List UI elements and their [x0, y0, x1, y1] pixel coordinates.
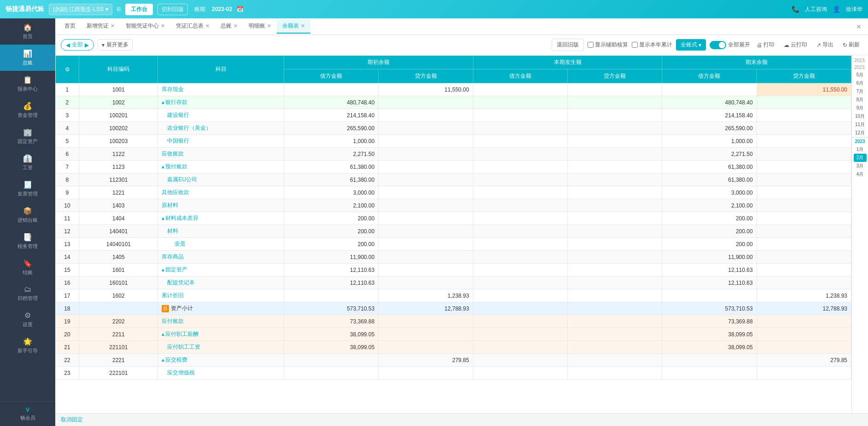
switch-old-button[interactable]: 切到旧版 — [157, 4, 188, 15]
month-6[interactable]: 6月 — [854, 79, 867, 87]
account-link[interactable]: 银行存款 — [165, 99, 187, 105]
cell-name[interactable]: 应交增值税 — [158, 367, 284, 380]
cell-name[interactable]: 建设银行 — [158, 109, 284, 122]
cell-name[interactable]: 中国银行 — [158, 135, 284, 148]
aux-checkbox-input[interactable] — [588, 42, 594, 48]
calendar-icon[interactable]: 📅 — [237, 6, 244, 12]
sidebar-item-closing[interactable]: 🔖 结账 — [0, 254, 55, 281]
expand-row-icon[interactable]: ▴ — [162, 266, 164, 273]
cell-name[interactable]: 库存现金 — [158, 83, 284, 96]
tab-new-voucher-close[interactable]: ✕ — [111, 23, 115, 29]
show-aux-checkbox[interactable]: 显示辅助核算 — [588, 41, 628, 49]
expand-row-icon[interactable]: ▴ — [162, 357, 164, 363]
month-3[interactable]: 3月 — [854, 162, 867, 170]
account-link[interactable]: 库存商品 — [162, 253, 184, 260]
account-link[interactable]: 嘉属EU公司 — [167, 176, 197, 183]
account-link[interactable]: 固定资产 — [165, 266, 187, 273]
month-11[interactable]: 11月 — [854, 121, 867, 129]
company-selector[interactable]: (勿副) 江西股圭-LSS ▾ — [49, 4, 112, 15]
sidebar-item-guide[interactable]: 🌟 新手引导 — [0, 333, 55, 359]
sidebar-item-assets[interactable]: 🏢 固定资产 — [0, 123, 55, 150]
cell-name[interactable]: ▴预付账款 — [158, 161, 284, 173]
account-link[interactable]: 中国银行 — [167, 138, 189, 144]
cell-name[interactable]: 原材料 — [158, 199, 284, 212]
cell-name[interactable]: 配提凭记本 — [158, 276, 284, 289]
month-5[interactable]: 5月 — [854, 71, 867, 79]
cell-name[interactable]: 应付账款 — [158, 315, 284, 328]
user-name[interactable]: 徐泽华 — [846, 6, 862, 13]
copy-icon[interactable]: ⎘ — [117, 6, 121, 13]
account-link[interactable]: 原材料 — [162, 202, 178, 208]
sidebar-item-reports[interactable]: 📋 报表中心 — [0, 71, 55, 97]
export-button[interactable]: ↗ 导出 — [814, 40, 836, 50]
tab-detail-ledger-close[interactable]: ✕ — [267, 23, 271, 29]
cell-name[interactable]: 累计折旧 — [158, 289, 284, 302]
tab-new-voucher[interactable]: 新增凭证 ✕ — [81, 19, 120, 34]
sidebar-item-invoice[interactable]: 🧾 发票管理 — [0, 176, 55, 202]
account-link[interactable]: 应付账款 — [162, 318, 184, 324]
account-link[interactable]: 预付账款 — [165, 163, 187, 170]
account-link[interactable]: 材料成本差异 — [165, 215, 198, 221]
tab-smart-voucher[interactable]: 智能凭证中心 ✕ — [120, 19, 170, 34]
month-7[interactable]: 7月 — [854, 87, 867, 96]
show-ytd-checkbox[interactable]: 显示本年累计 — [632, 41, 672, 49]
month-4[interactable]: 4月 — [854, 170, 867, 178]
sidebar-item-settings[interactable]: ⚙ 设置 — [0, 306, 55, 333]
sidebar-item-payroll[interactable]: 👔 工资 — [0, 150, 55, 176]
account-link[interactable]: 应收账款 — [162, 150, 184, 157]
account-link[interactable]: 应交增值税 — [167, 369, 195, 376]
consult-label[interactable]: 人工咨询 — [805, 6, 827, 13]
expand-row-icon[interactable]: ▴ — [162, 99, 164, 105]
cloud-print-button[interactable]: ☁ 云打印 — [781, 40, 810, 50]
ytd-checkbox-input[interactable] — [632, 42, 638, 48]
account-link[interactable]: 应付职工工资 — [167, 344, 200, 350]
tab-smart-voucher-close[interactable]: ✕ — [161, 23, 165, 29]
sidebar-item-home[interactable]: 🏠 首页 — [0, 18, 55, 45]
tab-balance-close[interactable]: ✕ — [301, 23, 305, 29]
account-link[interactable]: 应付职工薪酬 — [165, 331, 198, 337]
expand-more-button[interactable]: ▾ 展开更多 — [98, 39, 133, 51]
breadcrumb-all[interactable]: ◀ 全部 ▶ — [61, 39, 94, 51]
account-link[interactable]: 其他应收款 — [162, 189, 189, 196]
sidebar-item-ledger[interactable]: 📊 总账 — [0, 45, 55, 71]
cell-name[interactable]: 库存商品 — [158, 251, 284, 264]
full-style-button[interactable]: 全账式 ▾ — [676, 39, 706, 51]
cell-name[interactable]: ▴应交税费 — [158, 354, 284, 367]
expand-row-icon[interactable]: ▴ — [162, 331, 164, 337]
expand-row-icon[interactable]: ▴ — [162, 215, 164, 221]
account-link[interactable]: 库存现金 — [162, 86, 184, 92]
cell-name[interactable]: 材料 — [158, 225, 284, 238]
sidebar-item-tax[interactable]: 📑 税务管理 — [0, 228, 55, 254]
account-link[interactable]: 建设银行 — [167, 112, 189, 118]
tab-detail-ledger[interactable]: 明细账 ✕ — [243, 19, 277, 34]
month-1[interactable]: 1月 — [854, 145, 867, 154]
account-link[interactable]: 壹蛋 — [175, 241, 186, 247]
month-8[interactable]: 8月 — [854, 96, 867, 104]
tab-home[interactable]: 首页 — [59, 19, 81, 34]
cell-name[interactable]: 嘉属EU公司 — [158, 173, 284, 186]
sidebar-item-trade[interactable]: 📦 进销台账 — [0, 202, 55, 228]
account-link[interactable]: 材料 — [167, 228, 178, 234]
cell-name[interactable]: ▴应付职工薪酬 — [158, 328, 284, 341]
cell-name[interactable]: 应付职工工资 — [158, 341, 284, 354]
refresh-button[interactable]: ↻ 刷新 — [840, 40, 862, 50]
account-link[interactable]: 累计折旧 — [162, 292, 184, 299]
tab-voucher-summary[interactable]: 凭证汇总表 ✕ — [170, 19, 215, 34]
cell-name[interactable]: 其他应收款 — [158, 186, 284, 199]
tab-general-ledger[interactable]: 总账 ✕ — [215, 19, 243, 34]
expand-row-icon[interactable]: ▴ — [162, 163, 164, 170]
toggle-track[interactable] — [710, 41, 726, 49]
account-link[interactable]: 配提凭记本 — [167, 279, 195, 286]
expand-all-toggle[interactable]: 全部展开 — [710, 41, 750, 49]
tab-bar-close-button[interactable]: ✕ — [853, 23, 864, 30]
month-12[interactable]: 12月 — [854, 129, 867, 137]
tab-voucher-summary-close[interactable]: ✕ — [205, 23, 210, 29]
month-2[interactable]: 2月 — [854, 154, 867, 162]
unpin-button[interactable]: 取消固定 — [61, 416, 83, 424]
workbench-button[interactable]: 工作台 — [125, 4, 153, 15]
sidebar-item-archive[interactable]: 🗂 归档管理 — [0, 281, 55, 306]
account-link[interactable]: 应交税费 — [165, 357, 187, 363]
month-10[interactable]: 10月 — [854, 112, 867, 121]
cell-name[interactable]: 农业银行（美金） — [158, 122, 284, 135]
sidebar-item-member[interactable]: V 畅会员 — [0, 401, 55, 426]
